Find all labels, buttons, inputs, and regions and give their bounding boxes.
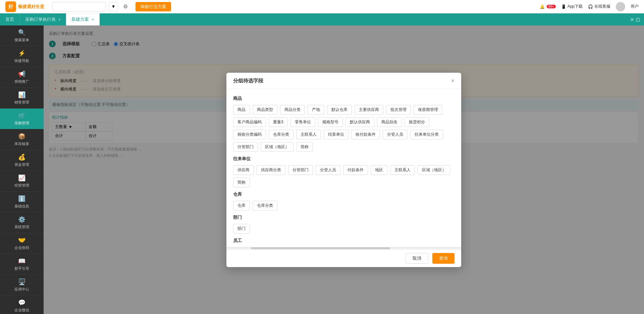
logo: 好 畅捷通好生意 (5, 1, 49, 12)
field-partner-person[interactable]: 分管人员 (316, 165, 340, 175)
modal-hscrollbar[interactable] (226, 247, 461, 249)
sidebar-item-finance[interactable]: 💰 资金管理 (0, 150, 44, 171)
field-region[interactable]: 区域（地区） (261, 142, 293, 152)
sidebar-item-base-label: 基础信息 (14, 204, 29, 209)
field-main-contact2[interactable]: 主联系人 (390, 165, 415, 175)
field-product[interactable]: 商品 (233, 105, 250, 115)
field-select-modal: 分组待选字段 × 商品 商品 商品类型 商品分类 产地 默认仓库 主要供应商 批… (226, 73, 461, 267)
field-pay-term[interactable]: 付款条件 (343, 165, 368, 175)
sidebar-item-guide[interactable]: 📖 新手引导 (0, 254, 44, 275)
sidebar-item-finance-label: 资金管理 (14, 162, 29, 167)
field-product-type[interactable]: 商品类型 (253, 105, 277, 115)
field-abbr2[interactable]: 简称 (233, 178, 250, 187)
field-payment-terms[interactable]: 收付款条件 (351, 130, 380, 139)
sidebar-item-enterprise[interactable]: 🤝 企业协同 (0, 233, 44, 254)
modal-close-btn[interactable]: × (451, 77, 454, 84)
section-dept-title: 部门 (233, 214, 454, 221)
field-customer-code[interactable]: 客户商品编码 (233, 117, 266, 127)
field-batch-mgmt[interactable]: 批次管理 (386, 105, 411, 115)
settings-icon[interactable]: ⚙ (121, 2, 130, 11)
tab-home[interactable]: 首页 (0, 13, 20, 25)
field-spec-model[interactable]: 规格型号 (318, 117, 343, 127)
field-settlement-unit[interactable]: 结算单位 (324, 130, 348, 139)
notifications-btn[interactable]: 🔔 99+ (540, 4, 556, 9)
search-input[interactable] (52, 2, 106, 11)
field-partner-category[interactable]: 往来单位分类 (410, 130, 443, 139)
cancel-btn[interactable]: 取消 (406, 253, 428, 264)
tab-new-plan[interactable]: 新建方案 × (66, 13, 99, 25)
sidebar-item-operation-label: 经营管理 (14, 183, 29, 188)
field-dept[interactable]: 部门 (233, 224, 250, 234)
user-name: 用户 (631, 4, 639, 9)
tab-purchase-exec-close[interactable]: × (58, 17, 60, 21)
sidebar-item-wechat[interactable]: 💬 企业微信 (0, 296, 44, 314)
online-service-label: 在线客服 (594, 4, 610, 9)
field-supplier-category[interactable]: 供应商分类 (257, 165, 285, 175)
field-abbr[interactable]: 简称 (296, 142, 313, 152)
tab-new-plan-close[interactable]: × (92, 17, 94, 21)
confirm-btn[interactable]: 查询 (432, 253, 454, 264)
sidebar-item-marketing-label: 营销推广 (14, 79, 29, 84)
field-warehouse[interactable]: 仓库 (233, 201, 250, 210)
section-partner-fields: 供应商 供应商分类 分管部门 分管人员 付款条件 地区 主联系人 区域（地区） … (233, 165, 454, 187)
sidebar-item-system[interactable]: ⚙️ 系统管理 (0, 212, 44, 233)
sidebar-item-quicknav-label: 快捷导航 (14, 58, 29, 63)
system-icon: ⚙️ (18, 216, 25, 223)
field-expiry-mgmt[interactable]: 保质期管理 (414, 105, 442, 115)
sidebar-item-sales-label: 销售管理 (14, 100, 29, 105)
field-refine-points[interactable]: 炼货积分 (405, 117, 429, 127)
marketing-icon: 📢 (18, 70, 25, 78)
sidebar-item-appstore-label: 应用中心 (14, 287, 29, 292)
field-main-contact[interactable]: 主联系人 (296, 130, 321, 139)
sidebar-item-search-label: 搜索菜单 (14, 38, 29, 43)
quicknav-icon: ⚡ (18, 50, 25, 57)
section-product-fields: 商品 商品类型 商品分类 产地 默认仓库 主要供应商 批次管理 保质期管理 客户… (233, 105, 454, 152)
sidebar-item-appstore[interactable]: 🖥️ 应用中心 (0, 275, 44, 296)
field-region2[interactable]: 区域（地区） (418, 165, 450, 175)
field-dept-supervisor[interactable]: 分管部门 (233, 142, 258, 152)
sales-icon: 📊 (18, 91, 25, 99)
app-download-btn[interactable]: 📱 App下载 (561, 4, 583, 9)
field-warehouse-category[interactable]: 仓库分类 (269, 130, 293, 139)
exp-btn[interactable]: 体验行业方案 (136, 2, 171, 11)
inventory-icon: 📦 (18, 133, 25, 140)
field-supervisor[interactable]: 分管人员 (383, 130, 408, 139)
sidebar-item-operation[interactable]: 📈 经营管理 (0, 171, 44, 192)
online-service-btn[interactable]: 🎧 在线客服 (588, 4, 610, 9)
field-product-alias[interactable]: 商品别名 (377, 117, 402, 127)
navtabs: 首页 采购订单执行表 × 新建方案 × ✕ ⊡ (0, 13, 644, 25)
sidebar-item-search[interactable]: 🔍 搜索菜单 (0, 25, 44, 46)
sidebar-item-marketing[interactable]: 📢 营销推广 (0, 67, 44, 88)
field-origin[interactable]: 产地 (308, 105, 324, 115)
field-default-warehouse[interactable]: 默认仓库 (327, 105, 352, 115)
field-warehouse-cat[interactable]: 仓库分类 (253, 201, 277, 210)
field-default-supplier[interactable]: 默认供应商 (345, 117, 374, 127)
logo-text: 畅捷通好生意 (18, 4, 44, 10)
sidebar-item-quicknav[interactable]: ⚡ 快捷导航 (0, 46, 44, 67)
field-weight3[interactable]: 重量3 (269, 117, 288, 127)
maximize-btn[interactable]: ⊡ (636, 16, 640, 23)
close-tab-btn[interactable]: ✕ (630, 16, 634, 23)
topbar-search-area: ▼ ⚙ 体验行业方案 (52, 2, 171, 11)
field-supplier[interactable]: 供应商 (233, 165, 254, 175)
sidebar-item-purchase[interactable]: 🛒 采购管理 (0, 109, 44, 129)
sidebar-item-base[interactable]: ℹ️ 基础信息 (0, 192, 44, 212)
tab-purchase-exec[interactable]: 采购订单执行表 × (20, 13, 66, 25)
section-warehouse-title: 仓库 (233, 191, 454, 197)
sidebar-item-guide-label: 新手引导 (14, 266, 29, 271)
tab-home-label: 首页 (5, 16, 14, 22)
search-dropdown-btn[interactable]: ▼ (109, 2, 118, 11)
sidebar-item-sales[interactable]: 📊 销售管理 (0, 88, 44, 109)
sidebar-item-purchase-label: 采购管理 (14, 121, 29, 126)
avatar[interactable] (616, 2, 625, 11)
field-area[interactable]: 地区 (371, 165, 387, 175)
field-product-category[interactable]: 商品分类 (280, 105, 305, 115)
field-partner-dept[interactable]: 分管部门 (288, 165, 313, 175)
sidebar-item-inventory[interactable]: 📦 库存核算 (0, 129, 44, 150)
field-main-supplier[interactable]: 主要供应商 (355, 105, 383, 115)
field-retail-unit[interactable]: 零售单位 (290, 117, 315, 127)
field-tax-code[interactable]: 税收分类编码 (233, 130, 266, 139)
sidebar: 🔍 搜索菜单 ⚡ 快捷导航 📢 营销推广 📊 销售管理 🛒 采购管理 📦 库存核… (0, 25, 44, 314)
headset-icon: 🎧 (588, 4, 593, 9)
sidebar-item-enterprise-label: 企业协同 (14, 245, 29, 250)
